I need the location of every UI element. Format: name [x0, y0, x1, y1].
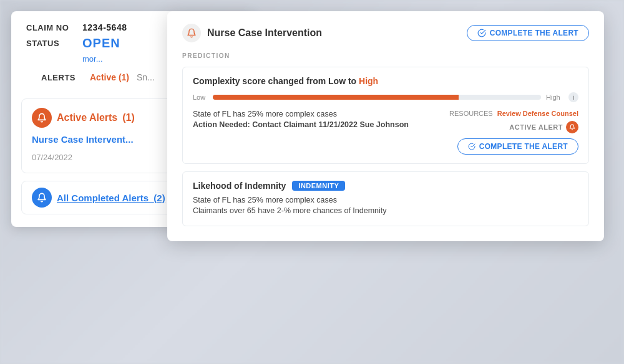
claim-value: 1234-5648 — [82, 22, 127, 32]
status-value: OPEN — [82, 36, 120, 50]
score-bar-row: Low High i — [193, 92, 578, 102]
bell-icon-orange — [32, 108, 52, 128]
active-alerts-title: Active Alerts — [57, 112, 117, 123]
detail-title-row: Nurse Case Intervention — [182, 24, 322, 42]
bar-high-label: High — [546, 93, 563, 101]
complexity-desc: State of FL has 25% more complex cases A… — [193, 110, 449, 131]
completed-alerts-link[interactable]: All Completed Alerts (2) — [57, 193, 165, 203]
active-alerts-count: (1) — [122, 112, 135, 123]
resources-row: RESOURCES Review Defense Counsel — [449, 110, 578, 117]
complexity-bottom: State of FL has 25% more complex cases A… — [193, 110, 578, 155]
date-text: 07/24/2022 — [32, 153, 72, 162]
complexity-line2: Action Needed: Contact Claimant 11/21/20… — [193, 120, 449, 129]
alerts-snoozed[interactable]: Sn... — [137, 72, 155, 82]
complexity-line1: State of FL has 25% more complex cases — [193, 110, 449, 118]
prediction-label: PREDICTION — [182, 52, 589, 59]
active-alert-badge: ACTIVE ALERT — [509, 121, 578, 133]
bar-fill-low — [213, 95, 328, 100]
alerts-label: ALERTS — [41, 73, 85, 82]
resources-label: RESOURCES — [449, 110, 493, 117]
indemnity-desc: State of FL has 25% more complex cases C… — [193, 196, 578, 215]
alerts-active[interactable]: Active (1) — [90, 72, 129, 82]
right-panel: Nurse Case Intervention COMPLETE THE ALE… — [167, 11, 604, 241]
resources-link[interactable]: Review Defense Counsel — [497, 110, 578, 117]
complexity-card: Complexity score changed from Low to Hig… — [182, 67, 589, 164]
indemnity-badge: INDEMNITY — [292, 181, 345, 191]
bar-track — [213, 95, 541, 100]
bar-low-label: Low — [193, 93, 208, 101]
detail-title: Nurse Case Intervention — [207, 27, 322, 39]
info-icon[interactable]: i — [568, 92, 578, 102]
complete-alert-btn-inner[interactable]: COMPLETE THE ALERT — [457, 138, 578, 155]
indemnity-card: Likehood of Indemnity INDEMNITY State of… — [182, 171, 589, 226]
bar-fill-high — [328, 95, 459, 100]
indemnity-header: Likehood of Indemnity INDEMNITY — [193, 181, 578, 191]
complexity-title: Complexity score changed from Low to Hig… — [193, 76, 578, 86]
indemnity-title: Likehood of Indemnity — [193, 181, 286, 191]
complete-btn-inner-label: COMPLETE THE ALERT — [479, 142, 568, 151]
nurse-icon — [182, 24, 201, 42]
active-dot — [566, 121, 578, 133]
active-alert-text: ACTIVE ALERT — [509, 123, 563, 131]
status-label: STATUS — [26, 39, 82, 48]
claim-label: CLAIM NO — [26, 23, 82, 32]
complete-alert-button[interactable]: COMPLETE THE ALERT — [467, 25, 589, 41]
detail-header: Nurse Case Intervention COMPLETE THE ALE… — [182, 24, 589, 42]
bell-icon-blue — [32, 188, 52, 208]
indemnity-line2: Claimants over 65 have 2-% more chances … — [193, 206, 578, 215]
complexity-right: RESOURCES Review Defense Counsel ACTIVE … — [449, 110, 578, 155]
complete-btn-label: COMPLETE THE ALERT — [490, 29, 578, 37]
indemnity-line1: State of FL has 25% more complex cases — [193, 196, 578, 204]
